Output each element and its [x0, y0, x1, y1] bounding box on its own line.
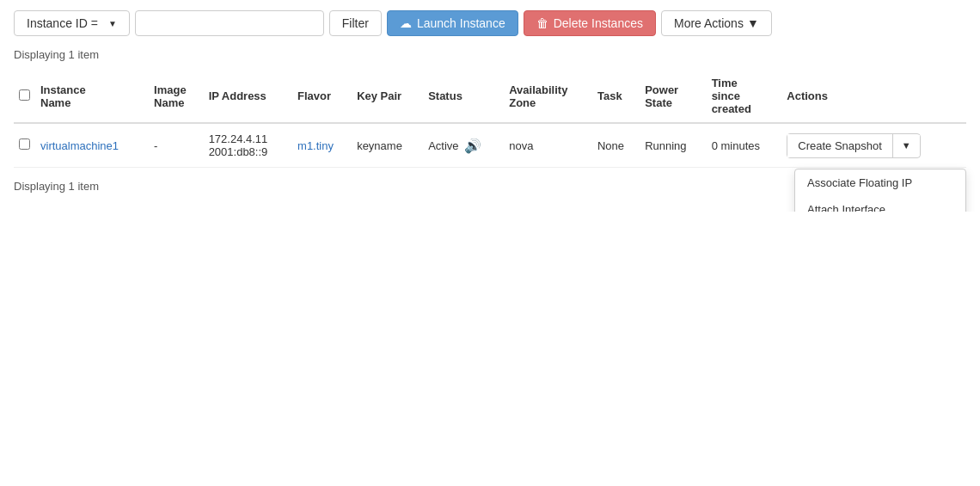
actions-dropdown-menu: Associate Floating IPAttach InterfaceDet… [794, 169, 966, 212]
actions-button-group: Create Snapshot ▼ [787, 133, 920, 158]
flavor-link[interactable]: m1.tiny [297, 139, 334, 152]
status-icon: 🔊 [464, 138, 481, 154]
col-time-since-created: Timesincecreated [707, 70, 782, 123]
col-availability-zone: AvailabilityZone [504, 70, 592, 123]
dropdown-item[interactable]: Associate Floating IP [795, 169, 965, 196]
col-power-state: PowerState [640, 70, 706, 123]
search-input[interactable] [135, 10, 324, 36]
more-actions-chevron-icon: ▼ [747, 16, 759, 30]
displaying-count-top: Displaying 1 item [14, 48, 966, 61]
instance-name-link[interactable]: virtualmachine1 [40, 139, 119, 152]
cloud-icon: ☁ [400, 16, 412, 30]
instance-id-dropdown[interactable]: Instance ID = ▼ [14, 10, 130, 36]
more-actions-button[interactable]: More Actions ▼ [661, 10, 772, 36]
select-all-header[interactable] [14, 70, 35, 123]
col-actions: Actions [781, 70, 966, 123]
actions-dropdown-toggle[interactable]: ▼ [893, 135, 920, 156]
col-image-name: ImageName [149, 70, 204, 123]
row-checkbox[interactable] [19, 138, 30, 150]
col-key-pair: Key Pair [352, 70, 423, 123]
row-image-name: - [149, 123, 204, 168]
status-text: Active [428, 139, 458, 152]
toolbar: Instance ID = ▼ Filter ☁ Launch Instance… [14, 10, 966, 36]
col-instance-name: InstanceName [35, 70, 149, 123]
dropdown-item[interactable]: Attach Interface [795, 196, 965, 212]
row-time-since-created: 0 minutes [707, 123, 782, 168]
filter-button[interactable]: Filter [329, 10, 382, 36]
create-snapshot-button[interactable]: Create Snapshot [787, 134, 893, 157]
launch-instance-button[interactable]: ☁ Launch Instance [387, 10, 518, 36]
col-flavor: Flavor [292, 70, 352, 123]
instances-table: InstanceName ImageName IP Address Flavor… [14, 70, 966, 168]
select-all-checkbox[interactable] [19, 89, 30, 101]
row-flavor: m1.tiny [292, 123, 352, 168]
col-status: Status [423, 70, 504, 123]
chevron-down-icon: ▼ [108, 19, 117, 28]
row-checkbox-cell[interactable] [14, 123, 35, 168]
row-actions-cell: Create Snapshot ▼ Associate Floating IPA… [781, 123, 966, 168]
table-header-row: InstanceName ImageName IP Address Flavor… [14, 70, 966, 123]
row-power-state: Running [640, 123, 706, 168]
col-ip-address: IP Address [204, 70, 292, 123]
row-key-pair: keyname [352, 123, 423, 168]
row-availability-zone: nova [504, 123, 592, 168]
row-task: None [592, 123, 640, 168]
delete-instances-button[interactable]: 🗑 Delete Instances [524, 10, 656, 36]
row-status: Active 🔊 [423, 123, 504, 168]
col-task: Task [592, 70, 640, 123]
instance-id-label: Instance ID = [27, 16, 98, 30]
trash-icon: 🗑 [536, 16, 548, 30]
table-row: virtualmachine1 - 172.24.4.11 2001:db8::… [14, 123, 966, 168]
row-instance-name: virtualmachine1 [35, 123, 149, 168]
row-ip-address: 172.24.4.11 2001:db8::9 [204, 123, 292, 168]
